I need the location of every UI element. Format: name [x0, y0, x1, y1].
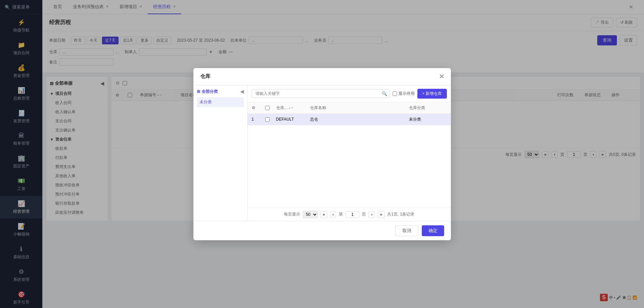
modal-last-page[interactable]: » — [377, 211, 385, 218]
modal-title: 仓库 — [200, 73, 210, 80]
show-disabled-label: 显示停用 — [393, 91, 415, 97]
show-disabled-checkbox[interactable] — [393, 91, 397, 96]
modal-page-input[interactable] — [346, 211, 359, 218]
modal-row-checkbox[interactable] — [265, 117, 270, 122]
modal-td-checkbox — [264, 114, 275, 125]
modal-table-spacer — [248, 125, 451, 208]
modal-sidebar: ⊞ 全部分类 ◀ 未分类 — [193, 85, 248, 221]
warehouse-modal: 仓库 ✕ ⊞ 全部分类 ◀ 未分类 — [193, 68, 451, 240]
modal-body: ⊞ 全部分类 ◀ 未分类 🔍 显示停用 — [193, 85, 451, 221]
grid-icon2: ⊞ — [197, 89, 200, 94]
modal-main: 🔍 显示停用 + 新增仓库 ⚙ — [248, 85, 451, 221]
modal-td-category: 未分类 — [408, 114, 448, 125]
modal-td-code: DEFAULT — [275, 114, 309, 125]
modal-pagination: 每页显示 50 « ‹ 第 页 › » 共1页, 1条记录 — [248, 208, 451, 221]
modal-td-index: 1 — [250, 114, 264, 125]
modal-page-size-select[interactable]: 50 — [303, 211, 318, 218]
modal-prev-page[interactable]: ‹ — [330, 211, 336, 218]
cancel-button[interactable]: 取消 — [395, 225, 418, 236]
modal-search-input[interactable] — [252, 89, 390, 98]
modal-td-name: 总仓 — [309, 114, 408, 125]
modal-page-label: 第 — [339, 211, 343, 217]
modal-table-row[interactable]: 1 DEFAULT 总仓 未分类 — [248, 114, 451, 125]
modal-table-header: ⚙ 仓库...▲▼ 仓库名称 仓库分类 — [248, 102, 451, 114]
modal-close-button[interactable]: ✕ — [439, 73, 444, 80]
modal-th-checkbox — [264, 102, 275, 114]
modal-next-page[interactable]: › — [369, 211, 375, 218]
modal-footer: 取消 确定 — [193, 221, 451, 240]
add-warehouse-button[interactable]: + 新增仓库 — [417, 89, 446, 99]
modal-first-page[interactable]: « — [320, 211, 328, 218]
modal-total-info: 共1页, 1条记录 — [387, 211, 414, 217]
modal-search-wrap: 🔍 — [252, 89, 390, 98]
modal-page-label2: 页 — [362, 211, 366, 217]
modal-toolbar: 🔍 显示停用 + 新增仓库 — [248, 85, 451, 102]
modal-header: 仓库 ✕ — [193, 68, 451, 85]
modal-th-gear: ⚙ — [250, 102, 264, 114]
modal-search-icon: 🔍 — [382, 91, 387, 96]
collapse-sidebar-btn[interactable]: ◀ — [240, 89, 244, 94]
modal-th-category: 仓库分类 — [408, 102, 448, 114]
modal-select-all[interactable] — [265, 106, 270, 110]
confirm-button[interactable]: 确定 — [422, 225, 444, 236]
modal-sidebar-uncategorized[interactable]: 未分类 — [197, 97, 244, 107]
modal-th-code: 仓库...▲▼ — [275, 102, 309, 114]
modal-th-name: 仓库名称 — [309, 102, 408, 114]
modal-overlay: 仓库 ✕ ⊞ 全部分类 ◀ 未分类 — [0, 0, 644, 308]
all-category-btn[interactable]: ⊞ 全部分类 ◀ — [197, 89, 244, 95]
